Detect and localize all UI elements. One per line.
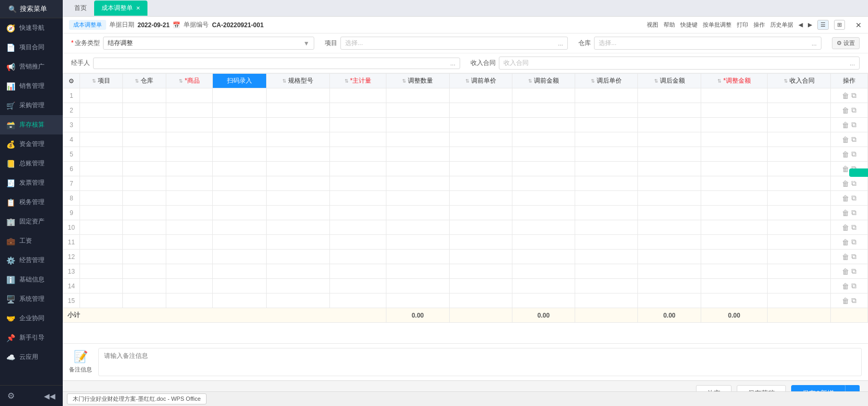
cell-income-contract[interactable] (768, 88, 830, 103)
tab-cost-adjust[interactable]: 成本调整单 ✕ (94, 1, 147, 16)
cell-spec[interactable] (267, 176, 329, 191)
cell-income-contract[interactable] (768, 191, 830, 206)
cell-spec[interactable] (267, 103, 329, 118)
cell-project[interactable] (80, 147, 123, 162)
cell-spec[interactable] (267, 162, 329, 176)
cell-spec[interactable] (267, 235, 329, 250)
cell-unit[interactable] (329, 162, 386, 176)
cell-scan[interactable] (213, 103, 267, 118)
nav-next-icon[interactable]: ▶ (808, 21, 812, 28)
cell-unit[interactable] (329, 220, 386, 235)
cell-warehouse[interactable] (123, 250, 166, 264)
cell-after-price[interactable] (575, 118, 638, 132)
col-sort-after-amount[interactable]: ⇅ (654, 78, 658, 84)
cell-warehouse[interactable] (123, 206, 166, 220)
col-scan[interactable]: 扫码录入 (213, 74, 267, 88)
sidebar-item-purchase-mgmt[interactable]: 🛒 采购管理 (0, 96, 63, 115)
cell-income-contract[interactable] (768, 206, 830, 220)
cell-spec[interactable] (267, 206, 329, 220)
cell-scan[interactable] (213, 279, 267, 294)
cell-before-amount[interactable] (512, 279, 575, 294)
cell-after-amount[interactable] (638, 206, 701, 220)
col-sort-spec[interactable]: ⇅ (282, 78, 287, 84)
cell-income-contract[interactable] (768, 250, 830, 264)
sidebar-item-system-mgmt[interactable]: 🖥️ 系统管理 (0, 289, 63, 309)
cell-adjust-qty[interactable] (386, 279, 449, 294)
warehouse-select[interactable]: 选择... ... (594, 37, 821, 50)
cell-unit[interactable] (329, 118, 386, 132)
cell-project[interactable] (80, 250, 123, 264)
handler-select[interactable]: ... (93, 58, 460, 69)
cell-before-price[interactable] (449, 264, 512, 279)
cell-after-price[interactable] (575, 191, 638, 206)
cell-unit[interactable] (329, 294, 386, 308)
cell-adjust-amount[interactable] (701, 264, 768, 279)
cell-spec[interactable] (267, 294, 329, 308)
cell-before-price[interactable] (449, 88, 512, 103)
cell-goods[interactable] (166, 176, 213, 191)
copy-row-button[interactable]: ⧉ (851, 267, 856, 276)
cell-after-amount[interactable] (638, 191, 701, 206)
calendar-icon[interactable]: 📅 (173, 21, 180, 29)
view-grid-icon[interactable]: ⊞ (834, 20, 845, 30)
cell-warehouse[interactable] (123, 147, 166, 162)
cell-scan[interactable] (213, 88, 267, 103)
cell-before-amount[interactable] (512, 132, 575, 147)
sidebar-item-basic-info[interactable]: ℹ️ 基础信息 (0, 270, 63, 289)
cell-before-price[interactable] (449, 147, 512, 162)
cell-spec[interactable] (267, 279, 329, 294)
sidebar-item-capital-mgmt[interactable]: 💰 资金管理 (0, 134, 63, 154)
close-panel-icon[interactable]: ✕ (855, 21, 862, 29)
col-sort-goods[interactable]: ⇅ (179, 78, 183, 84)
cell-warehouse[interactable] (123, 235, 166, 250)
cell-adjust-qty[interactable] (386, 88, 449, 103)
delete-row-button[interactable]: 🗑 (842, 135, 849, 144)
cell-before-amount[interactable] (512, 191, 575, 206)
cell-goods[interactable] (166, 132, 213, 147)
cell-adjust-qty[interactable] (386, 147, 449, 162)
cell-income-contract[interactable] (768, 294, 830, 308)
delete-row-button[interactable]: 🗑 (842, 194, 849, 202)
settings-icon[interactable]: ⚙ (7, 391, 15, 401)
cell-before-amount[interactable] (512, 294, 575, 308)
cell-project[interactable] (80, 88, 123, 103)
cell-income-contract[interactable] (768, 162, 830, 176)
cell-project[interactable] (80, 191, 123, 206)
delete-row-button[interactable]: 🗑 (842, 252, 849, 261)
delete-row-button[interactable]: 🗑 (842, 164, 849, 173)
sidebar-search[interactable]: 🔍 搜索菜单 (0, 0, 63, 18)
cell-spec[interactable] (267, 118, 329, 132)
cell-adjust-qty[interactable] (386, 176, 449, 191)
cell-unit[interactable] (329, 147, 386, 162)
cell-income-contract[interactable] (768, 220, 830, 235)
sidebar-item-sales-promo[interactable]: 📢 营销推广 (0, 57, 63, 76)
project-select[interactable]: 选择... ... (340, 37, 568, 50)
cell-project[interactable] (80, 279, 123, 294)
taskbar-item[interactable]: 木门行业好业财处理方案-墨红红.doc - WPS Office (67, 393, 207, 404)
cell-adjust-amount[interactable] (701, 162, 768, 176)
cell-project[interactable] (80, 132, 123, 147)
copy-row-button[interactable]: ⧉ (851, 106, 856, 115)
copy-row-button[interactable]: ⧉ (851, 120, 856, 129)
toolbar-print[interactable]: 打印 (737, 21, 748, 29)
cell-goods[interactable] (166, 264, 213, 279)
toolbar-actions[interactable]: 操作 (753, 21, 765, 29)
cell-adjust-qty[interactable] (386, 162, 449, 176)
cell-after-amount[interactable] (638, 294, 701, 308)
cell-before-amount[interactable] (512, 147, 575, 162)
delete-row-button[interactable]: 🗑 (842, 238, 849, 246)
cell-adjust-amount[interactable] (701, 176, 768, 191)
cell-after-price[interactable] (575, 220, 638, 235)
delete-row-button[interactable]: 🗑 (842, 267, 849, 276)
cell-before-amount[interactable] (512, 176, 575, 191)
cell-project[interactable] (80, 162, 123, 176)
delete-row-button[interactable]: 🗑 (842, 223, 849, 232)
cell-project[interactable] (80, 220, 123, 235)
biz-type-select[interactable]: 结存调整 ▼ (103, 37, 314, 50)
cell-adjust-amount[interactable] (701, 235, 768, 250)
cell-adjust-amount[interactable] (701, 118, 768, 132)
cell-scan[interactable] (213, 250, 267, 264)
cell-after-price[interactable] (575, 103, 638, 118)
copy-row-button[interactable]: ⧉ (851, 238, 856, 246)
cell-adjust-amount[interactable] (701, 88, 768, 103)
